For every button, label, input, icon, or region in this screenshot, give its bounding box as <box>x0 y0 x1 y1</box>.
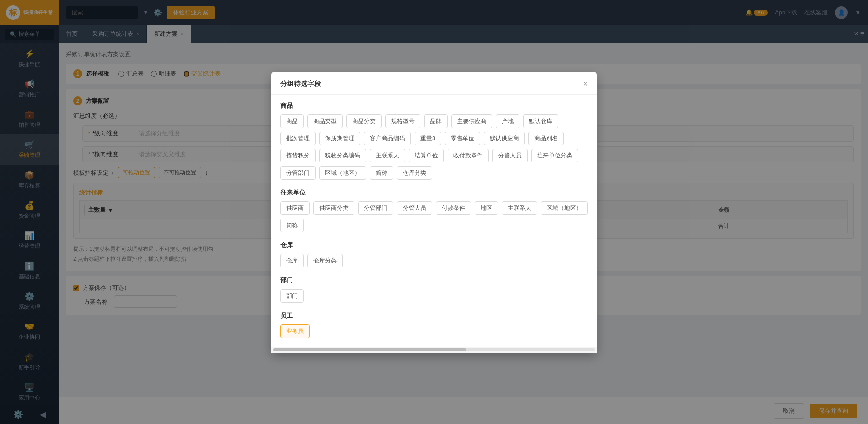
modal-body: 商品 商品 商品类型 商品分类 规格型号 品牌 主要供应商 产地 默认仓库 批次… <box>271 95 597 347</box>
modal-scroll-thumb <box>273 348 466 351</box>
field-tag[interactable]: 商品类型 <box>307 114 343 128</box>
field-tag[interactable]: 结算单位 <box>409 149 444 162</box>
field-tag[interactable]: 主联系人 <box>370 149 405 162</box>
field-tag[interactable]: 分管人员 <box>492 149 528 162</box>
modal-overlay: 分组待选字段 × 商品 商品 商品类型 商品分类 规格型号 品牌 主要供应商 产… <box>0 0 868 424</box>
field-tag[interactable]: 供应商分类 <box>313 201 354 215</box>
modal-horizontal-scrollbar[interactable] <box>271 347 597 353</box>
field-group-goods-title: 商品 <box>280 102 588 110</box>
field-tag[interactable]: 规格型号 <box>385 114 420 128</box>
modal-title: 分组待选字段 <box>280 80 321 88</box>
field-tag[interactable]: 商品分类 <box>346 114 382 128</box>
field-tag[interactable]: 部门 <box>280 289 304 303</box>
field-tags-contacts: 供应商 供应商分类 分管部门 分管人员 付款条件 地区 主联系人 区域（地区） … <box>280 201 588 232</box>
field-tag[interactable]: 默认仓库 <box>523 114 558 128</box>
field-tag[interactable]: 仓库分类 <box>397 166 432 180</box>
field-tags-warehouse: 仓库 仓库分类 <box>280 254 588 267</box>
field-tag[interactable]: 付款条件 <box>436 201 471 215</box>
field-tag[interactable]: 产地 <box>496 114 519 128</box>
field-group-staff: 员工 业务员 <box>280 312 588 338</box>
modal-close-button[interactable]: × <box>583 79 588 89</box>
field-tag[interactable]: 客户商品编码 <box>364 132 411 145</box>
field-tag[interactable]: 商品别名 <box>528 132 564 145</box>
field-tag[interactable]: 重量3 <box>415 132 441 145</box>
field-tag[interactable]: 仓库分类 <box>307 254 343 267</box>
field-tags-dept: 部门 <box>280 289 588 303</box>
field-tag[interactable]: 仓库 <box>280 254 304 267</box>
field-group-contacts-title: 往来单位 <box>280 189 588 197</box>
modal-scroll-inner <box>273 348 595 351</box>
field-tag[interactable]: 零售单位 <box>445 132 480 145</box>
field-group-warehouse: 仓库 仓库 仓库分类 <box>280 241 588 267</box>
field-tag[interactable]: 简称 <box>370 166 393 180</box>
field-tag[interactable]: 主联系人 <box>502 201 537 215</box>
field-tag-staff[interactable]: 业务员 <box>280 324 310 338</box>
field-tag[interactable]: 供应商 <box>280 201 310 215</box>
field-group-goods: 商品 商品 商品类型 商品分类 规格型号 品牌 主要供应商 产地 默认仓库 批次… <box>280 102 588 180</box>
field-group-warehouse-title: 仓库 <box>280 241 588 249</box>
field-tag[interactable]: 地区 <box>475 201 498 215</box>
field-tag[interactable]: 默认供应商 <box>484 132 525 145</box>
field-tag[interactable]: 简称 <box>280 219 304 232</box>
field-tags-goods: 商品 商品类型 商品分类 规格型号 品牌 主要供应商 产地 默认仓库 批次管理 … <box>280 114 588 180</box>
field-tag[interactable]: 保质期管理 <box>319 132 360 145</box>
field-tags-staff: 业务员 <box>280 324 588 338</box>
field-tag[interactable]: 分管部门 <box>358 201 393 215</box>
field-tag[interactable]: 批次管理 <box>280 132 316 145</box>
modal: 分组待选字段 × 商品 商品 商品类型 商品分类 规格型号 品牌 主要供应商 产… <box>271 72 597 353</box>
field-tag[interactable]: 区域（地区） <box>319 166 366 180</box>
field-tag[interactable]: 商品 <box>280 114 304 128</box>
field-tag[interactable]: 主要供应商 <box>451 114 492 128</box>
field-group-dept-title: 部门 <box>280 276 588 285</box>
field-group-staff-title: 员工 <box>280 312 588 320</box>
field-tag[interactable]: 拣货积分 <box>280 149 316 162</box>
field-tag[interactable]: 收付款条件 <box>448 149 489 162</box>
field-group-dept: 部门 部门 <box>280 276 588 303</box>
modal-header: 分组待选字段 × <box>271 72 597 95</box>
field-tag[interactable]: 区域（地区） <box>541 201 588 215</box>
field-tag[interactable]: 品牌 <box>424 114 448 128</box>
field-tag[interactable]: 往来单位分类 <box>531 149 578 162</box>
field-tag[interactable]: 分管部门 <box>280 166 316 180</box>
field-group-contacts: 往来单位 供应商 供应商分类 分管部门 分管人员 付款条件 地区 主联系人 区域… <box>280 189 588 232</box>
field-tag[interactable]: 分管人员 <box>397 201 432 215</box>
field-tag[interactable]: 税收分类编码 <box>319 149 366 162</box>
